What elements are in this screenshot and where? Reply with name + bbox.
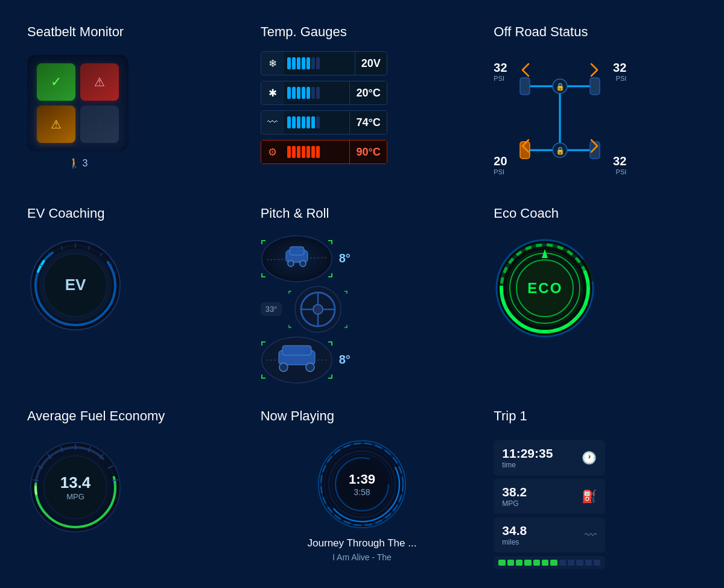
trip-progress-bar bbox=[494, 556, 605, 569]
trip-widget: Trip 1 11:29:35 time 🕐 38.2 MPG ⛽ bbox=[478, 396, 712, 581]
trip-title: Trip 1 bbox=[494, 408, 527, 424]
pitch-value: 8° bbox=[339, 251, 351, 265]
svg-point-32 bbox=[313, 305, 323, 314]
trip-miles-card: 34.8 miles 〰 bbox=[494, 517, 605, 552]
offroad-widget: Off Road Status 32 PSI 32 PSI 20 PSI 32 … bbox=[478, 12, 712, 194]
music-artist: I Am Alive - The bbox=[302, 552, 422, 562]
fuel-economy-title: Average Fuel Economy bbox=[27, 408, 165, 424]
svg-point-27 bbox=[288, 261, 294, 267]
route-icon: 〰 bbox=[585, 528, 597, 542]
temp1-value: 20V bbox=[361, 57, 381, 70]
temp2-value: 20°C bbox=[356, 87, 380, 100]
clock-icon: 🕐 bbox=[582, 450, 597, 465]
trip-miles-value: 34.8 bbox=[502, 523, 527, 538]
seatbelt-widget: Seatbelt Monitor ✓ ⚠ ⚠ bbox=[12, 12, 246, 194]
tire-rl: 20 PSI bbox=[494, 154, 507, 175]
pitch-top: 8° bbox=[261, 235, 351, 283]
ev-label: EV bbox=[65, 276, 86, 294]
chassis-diagram: 🔒 🔒 bbox=[518, 61, 602, 175]
trip-mpg-unit: MPG bbox=[502, 499, 527, 508]
now-playing-title: Now Playing bbox=[261, 408, 334, 424]
seat-fr: ⚠ bbox=[80, 63, 119, 101]
trip-mpg-value: 38.2 bbox=[502, 485, 527, 499]
temp-gauges-widget: Temp. Gauges ❄ 20V bbox=[246, 12, 479, 194]
ev-coaching-title: EV Coaching bbox=[27, 206, 104, 221]
svg-text:🔒: 🔒 bbox=[556, 146, 565, 155]
svg-rect-4 bbox=[590, 78, 600, 95]
tire-fr: 32 PSI bbox=[613, 61, 626, 82]
fuel-pump-icon: ⛽ bbox=[582, 489, 597, 504]
svg-text:🔒: 🔒 bbox=[556, 82, 565, 91]
roll-middle: 33° bbox=[261, 285, 351, 334]
svg-point-28 bbox=[300, 261, 306, 267]
eco-coach-widget: Eco Coach bbox=[478, 194, 712, 396]
pitch-bottom: 8° bbox=[261, 336, 351, 384]
trip-time-value: 11:29:35 bbox=[502, 446, 553, 461]
offroad-title: Off Road Status bbox=[494, 24, 588, 40]
svg-rect-3 bbox=[520, 78, 530, 95]
temp4-value: 90°C bbox=[356, 146, 380, 159]
music-current-time: 1:39 bbox=[349, 472, 375, 487]
music-info: Journey Through The ... I Am Alive - The bbox=[302, 537, 422, 562]
eco-coach-title: Eco Coach bbox=[494, 206, 559, 221]
music-song-title: Journey Through The ... bbox=[302, 537, 422, 550]
now-playing-widget: Now Playing bbox=[246, 396, 479, 581]
seat-fl: ✓ bbox=[37, 63, 75, 101]
svg-point-40 bbox=[279, 363, 288, 371]
trip-mpg-card: 38.2 MPG ⛽ bbox=[494, 479, 605, 514]
seat-rl: ⚠ bbox=[37, 106, 75, 143]
yaw-value: 8° bbox=[339, 353, 351, 367]
pitch-roll-title: Pitch & Roll bbox=[261, 206, 329, 221]
eco-label: ECO bbox=[527, 280, 562, 297]
svg-point-41 bbox=[306, 363, 314, 371]
temp-gauge-2: ✱ 20°C bbox=[261, 81, 387, 105]
temp-gauges-title: Temp. Gauges bbox=[261, 24, 347, 40]
seatbelt-title: Seatbelt Monitor bbox=[27, 24, 124, 40]
seatbelt-count: 🚶3 bbox=[27, 157, 129, 169]
pitch-roll-widget: Pitch & Roll bbox=[246, 194, 479, 396]
fuel-economy-widget: Average Fuel Economy bbox=[12, 396, 246, 581]
tire-rr: 32 PSI bbox=[613, 154, 626, 175]
fuel-unit: MPG bbox=[60, 492, 91, 501]
temp-gauge-3: 〰 74°C bbox=[261, 110, 387, 134]
temp-gauge-1: ❄ 20V bbox=[261, 51, 387, 75]
temp-gauge-4: ⚙ 90°C bbox=[261, 140, 387, 164]
ev-coaching-widget: EV Coaching bbox=[12, 194, 246, 396]
trip-time-unit: time bbox=[502, 461, 553, 469]
temp3-value: 74°C bbox=[356, 116, 380, 129]
seat-rr: · bbox=[80, 106, 119, 143]
trip-miles-unit: miles bbox=[502, 538, 527, 546]
trip-time-card: 11:29:35 time 🕐 bbox=[494, 440, 605, 475]
music-total-time: 3:58 bbox=[349, 487, 375, 497]
svg-rect-39 bbox=[282, 346, 311, 355]
fuel-value: 13.4 bbox=[60, 473, 91, 492]
tire-fl: 32 PSI bbox=[494, 61, 507, 82]
svg-rect-26 bbox=[290, 247, 304, 255]
